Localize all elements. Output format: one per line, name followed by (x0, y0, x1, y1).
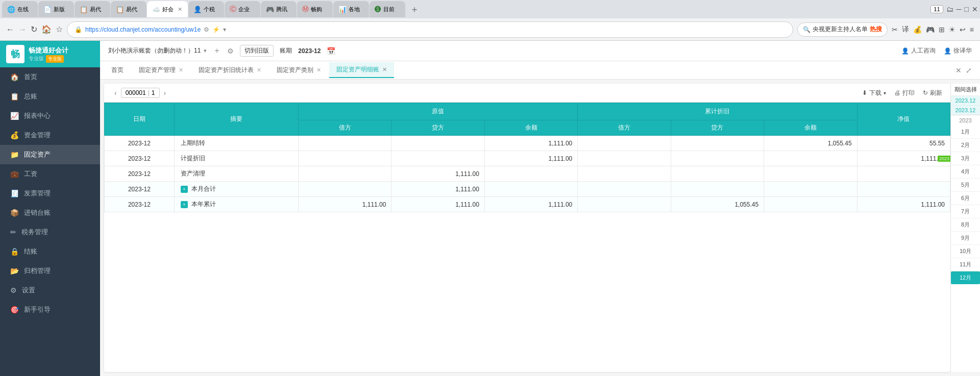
tab-3[interactable]: 📋 易代 (75, 1, 110, 17)
page-tab-fixed-mgmt[interactable]: 固定资产管理 ✕ (132, 63, 190, 78)
sidebar-item-inventory[interactable]: 📦 进销台账 (0, 203, 100, 222)
browser-search-box[interactable]: 🔍 央视更新主持人名单 热搜 (797, 22, 888, 37)
tab-category-close[interactable]: ✕ (316, 67, 321, 73)
tab-7[interactable]: Ⓒ 企业 (225, 1, 260, 17)
restore-button[interactable]: 🗂 (946, 5, 953, 13)
guide-icon: 🎯 (10, 306, 19, 314)
sidebar-item-salary[interactable]: 💼 工资 (0, 164, 100, 184)
tab-8[interactable]: 🎮 腾讯 (261, 1, 297, 17)
wallet-icon[interactable]: 💰 (913, 26, 922, 34)
period-month-8[interactable]: 8月 (951, 218, 980, 232)
new-tab-button[interactable]: ＋ (406, 3, 423, 15)
bookmark-button[interactable]: ☆ (56, 24, 63, 34)
period-month-2[interactable]: 2月 (951, 139, 980, 152)
search-text: 央视更新主持人名单 (813, 25, 868, 34)
tab-11[interactable]: 🅢 目前 (370, 1, 405, 17)
tab-detail-close[interactable]: ✕ (382, 66, 387, 73)
page-number-box[interactable]: 000001 | 1 (121, 88, 160, 98)
reload-button[interactable]: ↻ (31, 24, 37, 34)
close-window-button[interactable]: ✕ (972, 5, 978, 13)
sidebar-item-home[interactable]: 🏠 首页 (0, 67, 100, 87)
table-row: 2023-12 计提折旧 1,111.00 1,111.00 (105, 151, 950, 166)
tab-6[interactable]: 👤 个税 (188, 1, 224, 17)
report-icon: 📈 (10, 112, 19, 120)
customer-service-button[interactable]: 👤 人工咨询 (901, 46, 936, 55)
panel-controls: ✕ ⤢ (951, 66, 976, 74)
add-account-button[interactable]: ＋ (213, 45, 221, 56)
back-button[interactable]: ← (6, 25, 14, 34)
switch-version-button[interactable]: 切到旧版 (240, 45, 274, 57)
tab-5-close[interactable]: ✕ (178, 6, 182, 13)
year-badge: 2023 (938, 156, 950, 162)
download-button[interactable]: ⬇ 下载 ▾ (862, 89, 886, 97)
calendar-icon[interactable]: 📅 (327, 47, 335, 55)
period-month-3[interactable]: 3月 (951, 152, 980, 165)
sidebar-item-invoice[interactable]: 🧾 发票管理 (0, 184, 100, 203)
url-dropdown-icon[interactable]: ▾ (223, 26, 226, 33)
prev-page-button[interactable]: ‹ (112, 88, 119, 98)
user-account-selector[interactable]: 刘小艳演示账套（勿删勿动！）11 ▾ (108, 46, 207, 55)
page-tab-depreciation[interactable]: 固定资产折旧统计表 ✕ (191, 63, 268, 78)
flash-icon[interactable]: ⚡ (212, 26, 220, 33)
undo-icon[interactable]: ↩ (960, 26, 966, 34)
sidebar-item-settings[interactable]: ⚙ 设置 (0, 281, 100, 300)
more-menu-icon[interactable]: ≡ (970, 26, 974, 34)
sidebar: 畅 畅捷通好会计 专业版 专业版 🏠 首页 📋 总账 📈 报表中心 💰 资金管理 (0, 41, 100, 376)
translate-icon[interactable]: 译 (902, 25, 909, 34)
expand-panel-button[interactable]: ⤢ (966, 66, 972, 74)
gamepad-icon[interactable]: 🎮 (926, 26, 935, 34)
tab-10[interactable]: 📊 各地 (333, 1, 369, 17)
tab-9[interactable]: Ⓜ 畅购 (297, 1, 333, 17)
period-month-6[interactable]: 6月 (951, 192, 980, 205)
brightness-icon[interactable]: ☀ (949, 26, 955, 34)
page-tab-detail-active[interactable]: 固定资产明细账 ✕ (329, 62, 394, 78)
secure-icon: 🔒 (75, 26, 82, 33)
app-layout: 畅 畅捷通好会计 专业版 专业版 🏠 首页 📋 总账 📈 报表中心 💰 资金管理 (0, 41, 980, 376)
period-month-4[interactable]: 4月 (951, 165, 980, 179)
minimize-button[interactable]: ─ (957, 5, 962, 13)
maximize-button[interactable]: □ (965, 5, 969, 13)
tab-5-active[interactable]: ☁️ 好会 ✕ (147, 1, 188, 17)
closing-icon: 🔒 (10, 247, 19, 256)
sidebar-item-ledger[interactable]: 📋 总账 (0, 87, 100, 106)
period-month-1[interactable]: 1月 (951, 126, 980, 139)
grid-icon[interactable]: ⊞ (939, 26, 945, 34)
sidebar-item-fixed[interactable]: 📁 固定资产 (0, 145, 100, 164)
period-month-9[interactable]: 9月 (951, 232, 980, 245)
user-profile-button[interactable]: 👤 徐译华 (944, 46, 972, 55)
url-input-box[interactable]: 🔒 https://cloud.chanjet.com/accounting/u… (67, 21, 793, 38)
tab-fixed-mgmt-close[interactable]: ✕ (179, 67, 183, 73)
refresh-button[interactable]: ↻ 刷新 (923, 89, 942, 97)
tab-depreciation-close[interactable]: ✕ (257, 67, 261, 73)
page-tab-home[interactable]: 首页 (104, 63, 131, 78)
scissors-icon[interactable]: ✂ (892, 26, 898, 34)
next-page-button[interactable]: › (162, 88, 168, 98)
sidebar-item-report[interactable]: 📈 报表中心 (0, 106, 100, 126)
sidebar-header[interactable]: 畅 畅捷通好会计 专业版 专业版 (0, 41, 100, 67)
period-month-10[interactable]: 10月 (951, 245, 980, 258)
content-area: ‹ 000001 | 1 › ⬇ 下载 ▾ (100, 80, 980, 376)
home-button[interactable]: 🏠 (41, 24, 52, 34)
period-month-5[interactable]: 5月 (951, 179, 980, 192)
col-accum-credit: 贷方 (671, 120, 764, 136)
page-tab-category[interactable]: 固定资产类别 ✕ (270, 63, 328, 78)
settings-gear-icon[interactable]: ⚙ (227, 47, 234, 55)
sidebar-item-tax[interactable]: ✏ 税务管理 (0, 222, 100, 242)
tab-2[interactable]: 📄 新版 (38, 1, 74, 17)
close-panel-button[interactable]: ✕ (955, 66, 962, 74)
site-info-icon[interactable]: ⚙ (204, 26, 209, 33)
period-month-11[interactable]: 11月 (951, 258, 980, 271)
annual-sum-prefix-icon: + (181, 201, 188, 208)
ledger-panel: ‹ 000001 | 1 › ⬇ 下载 ▾ (104, 84, 950, 372)
tab-4[interactable]: 📋 易代 (111, 1, 146, 17)
forward-button[interactable]: → (18, 25, 27, 34)
period-header-label[interactable]: 期间选择 (951, 84, 980, 96)
sidebar-item-fund[interactable]: 💰 资金管理 (0, 126, 100, 145)
sidebar-item-closing[interactable]: 🔒 结账 (0, 242, 100, 261)
sidebar-item-archive[interactable]: 📂 归档管理 (0, 261, 100, 281)
print-button[interactable]: 🖨 打印 (894, 89, 915, 97)
period-month-12-active[interactable]: 12月 (951, 271, 980, 284)
sidebar-item-guide[interactable]: 🎯 新手引导 (0, 300, 100, 319)
period-month-7[interactable]: 7月 (951, 205, 980, 218)
tab-favicon-1[interactable]: 🌐 在线 (2, 1, 38, 17)
